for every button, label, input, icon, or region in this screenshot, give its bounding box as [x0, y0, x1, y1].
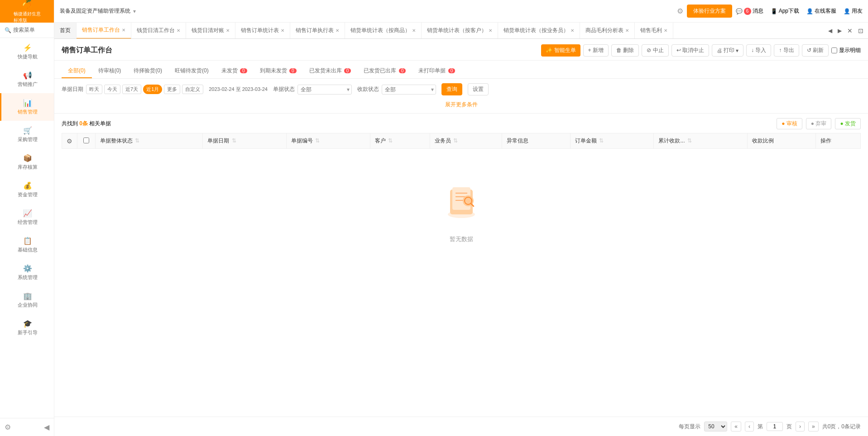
sidebar-item-operations[interactable]: 📈 经营管理 [0, 204, 54, 231]
cancel-review-btn[interactable]: ● 弃审 [806, 118, 832, 129]
next-page-btn[interactable]: › [796, 422, 805, 431]
sub-tab-pending-review[interactable]: 待审核(0) [92, 64, 128, 78]
tab-close-btn[interactable]: ✕ [412, 28, 416, 33]
date-btn-yesterday[interactable]: 昨天 [86, 85, 102, 94]
tab-nav-menu[interactable]: ⊡ [856, 26, 865, 35]
last-page-btn[interactable]: » [808, 422, 819, 431]
date-btn-1month[interactable]: 近1月 [143, 85, 162, 94]
app-download-btn[interactable]: 📱 App下载 [771, 7, 799, 15]
date-btn-more[interactable]: 更多 [164, 85, 180, 94]
settings-icon[interactable]: ⚙ [5, 423, 11, 431]
cancel-stop-btn[interactable]: ↩ 取消中止 [671, 44, 709, 57]
sort-date-icon[interactable]: ⇅ [232, 137, 236, 144]
select-all-checkbox[interactable] [83, 137, 89, 143]
payment-select[interactable]: 全部 [382, 85, 436, 95]
sub-tab-shipped-not-out[interactable]: 已发货未出库 0 [303, 64, 358, 78]
message-btn[interactable]: 💬 6 消息 [736, 7, 763, 15]
tab-close-btn[interactable]: ✕ [122, 28, 125, 33]
expand-conditions-btn[interactable]: 展开更多条件 [445, 101, 478, 109]
tab-sales-stats[interactable]: 销售订单统计表 ✕ [235, 23, 290, 39]
review-btn[interactable]: ● 审核 [777, 118, 802, 129]
payment-select-wrapper[interactable]: 全部 [382, 85, 436, 95]
tab-by-customer[interactable]: 销货单统计表（按客户） ✕ [422, 23, 498, 39]
sub-tab-not-printed[interactable]: 未打印单据 0 [412, 64, 461, 78]
sidebar-item-inventory[interactable]: 📦 库存核算 [0, 148, 54, 176]
date-btn-today[interactable]: 今天 [104, 85, 120, 94]
date-btn-7days[interactable]: 近7天 [122, 85, 141, 94]
tab-sales-exec[interactable]: 销售订单执行表 ✕ [290, 23, 345, 39]
set-btn[interactable]: 设置 [468, 83, 489, 95]
sub-tab-overdue-not-shipped[interactable]: 到期未发货 0 [254, 64, 303, 78]
tab-nav-prev[interactable]: ◀ [826, 27, 834, 35]
sidebar-item-quick-nav[interactable]: ⚡ 快捷导航 [0, 38, 54, 66]
stop-btn[interactable]: ⊘ 中止 [642, 44, 668, 57]
delete-btn[interactable]: 🗑 删除 [611, 44, 639, 57]
sidebar-item-enterprise[interactable]: 🏢 企业协同 [0, 286, 54, 314]
tab-cash-reconcile[interactable]: 钱货日清对账 ✕ [186, 23, 235, 39]
tab-close-btn[interactable]: ✕ [571, 28, 574, 33]
ship-action-btn[interactable]: ● 发货 [835, 118, 861, 129]
show-detail-checkbox[interactable] [831, 47, 837, 53]
tab-close-btn[interactable]: ✕ [664, 28, 667, 33]
column-settings-icon[interactable]: ⚙ [67, 137, 72, 145]
table-scroll-container[interactable]: ⚙ 单据整体状态 ⇅ 单据日期 ⇅ [62, 133, 861, 270]
collapse-icon[interactable]: ◀ [44, 423, 49, 431]
smart-btn[interactable]: ✨ 智能生单 [541, 44, 580, 57]
sidebar-item-purchase[interactable]: 🛒 采购管理 [0, 121, 54, 148]
print-dropdown-icon[interactable]: ▾ [736, 47, 739, 54]
first-page-btn[interactable]: « [731, 422, 741, 431]
sort-status-icon[interactable]: ⇅ [135, 137, 139, 144]
sidebar-item-basic-info[interactable]: 📋 基础信息 [0, 231, 54, 259]
sort-customer-icon[interactable]: ⇅ [388, 137, 393, 144]
export-btn[interactable]: ↑ 导出 [774, 44, 799, 57]
tab-close-btn[interactable]: ✕ [489, 28, 492, 33]
sub-tab-wangpu[interactable]: 旺铺待发货(0) [168, 64, 215, 78]
status-select-wrapper[interactable]: 全部 [297, 85, 352, 95]
user-btn[interactable]: 👤 用友 [844, 7, 863, 15]
tab-nav-close-all[interactable]: ✕ [845, 26, 854, 35]
date-btn-custom[interactable]: 自定义 [182, 85, 203, 94]
tab-close-btn[interactable]: ✕ [336, 28, 339, 33]
tab-gross-profit[interactable]: 商品毛利分析表 ✕ [580, 23, 635, 39]
sort-amount-icon[interactable]: ⇅ [599, 137, 604, 144]
tab-close-btn[interactable]: ✕ [281, 28, 284, 33]
sidebar-item-marketing[interactable]: 📢 营销推广 [0, 66, 54, 93]
print-btn[interactable]: 🖨 打印 ▾ [712, 44, 743, 57]
import-btn[interactable]: ↓ 导入 [746, 44, 771, 57]
sidebar-item-finance[interactable]: 💰 资金管理 [0, 176, 54, 204]
topbar-dropdown-icon[interactable]: ▾ [133, 8, 136, 14]
sort-collected-icon[interactable]: ⇅ [687, 137, 692, 144]
sort-number-icon[interactable]: ⇅ [315, 137, 320, 144]
online-service-btn[interactable]: 👤 在线客服 [806, 7, 836, 15]
sidebar-item-sales[interactable]: 📊 销售管理 [0, 93, 54, 121]
status-select[interactable]: 全部 [297, 85, 352, 95]
refresh-btn[interactable]: ↺ 刷新 [802, 44, 829, 57]
sub-tab-not-shipped[interactable]: 未发货 0 [215, 64, 254, 78]
industry-btn[interactable]: 体验行业方案 [687, 5, 732, 18]
settings-btn[interactable]: ⚙ [677, 7, 683, 15]
sidebar-item-system[interactable]: ⚙️ 系统管理 [0, 259, 54, 286]
tab-sales-profit[interactable]: 销售毛利 ✕ [635, 23, 673, 39]
tab-close-btn[interactable]: ✕ [177, 28, 180, 33]
page-input[interactable] [767, 422, 783, 431]
col-settings[interactable]: ⚙ [62, 133, 77, 149]
sidebar-search[interactable]: 🔍 搜索菜单 [0, 23, 54, 38]
tab-cash-daily[interactable]: 钱货日清工作台 ✕ [131, 23, 186, 39]
tab-close-btn[interactable]: ✕ [625, 28, 629, 33]
tab-nav-next[interactable]: ▶ [836, 27, 844, 35]
sort-salesperson-icon[interactable]: ⇅ [453, 137, 458, 144]
tab-close-btn[interactable]: ✕ [226, 28, 230, 33]
per-page-select[interactable]: 20 50 100 [704, 422, 727, 431]
prev-page-btn[interactable]: ‹ [745, 422, 754, 431]
add-btn[interactable]: + 新增 [583, 44, 609, 57]
query-btn[interactable]: 查询 [441, 83, 462, 95]
tab-by-staff[interactable]: 销货单统计表（按业务员） ✕ [498, 23, 580, 39]
tab-by-product[interactable]: 销货单统计表（按商品） ✕ [345, 23, 422, 39]
sub-tab-all[interactable]: 全部(0) [62, 64, 92, 78]
sub-tab-pending-inspect[interactable]: 待择验货(0) [127, 64, 168, 78]
tab-sales-workbench[interactable]: 销售订单工作台 ✕ [77, 23, 131, 39]
sidebar-item-guide[interactable]: 🎓 新手引导 [0, 314, 54, 341]
show-detail-checkbox-label[interactable]: 显示明细 [831, 47, 861, 54]
col-checkbox[interactable] [77, 133, 96, 149]
tab-home[interactable]: 首页 [54, 23, 77, 39]
